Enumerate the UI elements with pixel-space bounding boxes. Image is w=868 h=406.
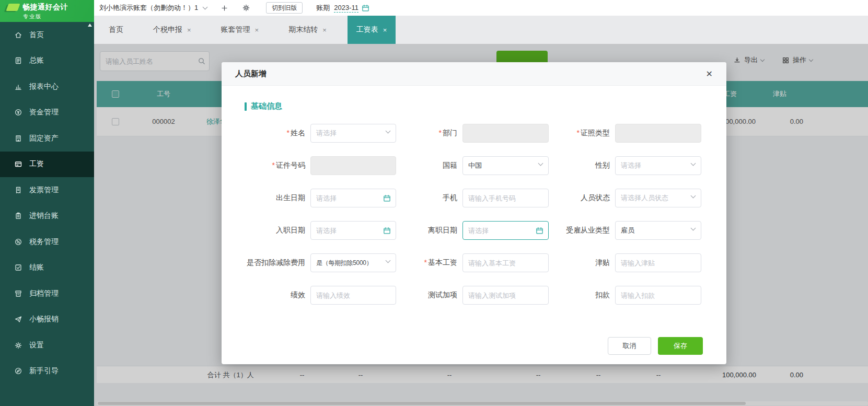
brand-name: 畅捷通好会计 (22, 3, 68, 12)
field-label-deduction: 是否扣除减除费用 (222, 258, 310, 268)
select-value: 是（每期扣除5000） (316, 259, 372, 268)
field-label-employment-type: 受雇从业类型 (549, 226, 615, 235)
sidebar-item-label: 首页 (29, 30, 44, 40)
text-input[interactable] (468, 259, 543, 267)
test-addition-input[interactable] (462, 286, 549, 305)
required-mark: * (439, 129, 442, 137)
base-salary-input[interactable] (462, 253, 549, 272)
tax-percent-icon (14, 238, 22, 246)
chevron-down-icon (203, 4, 208, 9)
field-label-nationality: 国籍 (396, 161, 462, 170)
field-label-leave-date: 离职日期 (396, 226, 462, 235)
hire-date-input[interactable] (310, 221, 396, 240)
name-select[interactable]: 请选择 (310, 124, 396, 143)
account-selector[interactable]: 刘小艳演示账套（勿删勿动！）1 (99, 3, 207, 13)
cancel-button[interactable]: 取消 (608, 337, 651, 355)
deduct-amount-input[interactable] (615, 286, 701, 305)
sidebar: 首页 总账 报表中心 资金管理 固定资产 工资 发票管理 进销台账 (0, 22, 94, 406)
chevron-down-icon (691, 226, 696, 231)
mobile-input[interactable] (462, 189, 549, 207)
tab-personal-tax[interactable]: 个税申报 × (144, 16, 200, 44)
period-value[interactable]: 2023-11 (334, 4, 358, 13)
sidebar-item-salary[interactable]: 工资 (0, 152, 94, 178)
dialog-title: 人员新增 (235, 69, 267, 79)
nationality-select[interactable]: 中国 (462, 156, 549, 175)
text-input[interactable] (621, 259, 696, 267)
tab-label: 账套管理 (221, 25, 250, 34)
date-input[interactable] (316, 194, 380, 202)
sidebar-item-report-center[interactable]: 报表中心 (0, 74, 94, 100)
gender-select[interactable]: 请选择 (615, 156, 701, 175)
tab-close-icon[interactable]: × (255, 27, 259, 33)
tab-label: 个税申报 (153, 25, 182, 34)
sidebar-item-label: 设置 (29, 341, 44, 350)
text-input[interactable] (621, 292, 696, 299)
field-label-department: *部门 (396, 129, 462, 138)
text-input[interactable] (468, 292, 543, 299)
sidebar-item-guide[interactable]: 新手引导 (0, 358, 94, 385)
field-label-gender: 性别 (549, 161, 615, 170)
sidebar-item-label: 总账 (29, 56, 44, 65)
tab-period-end[interactable]: 期末结转 × (280, 16, 335, 44)
tab-label: 首页 (109, 25, 123, 34)
sidebar-item-reimburse[interactable]: 小畅报销 (0, 307, 94, 333)
tab-label: 期末结转 (288, 25, 318, 34)
sidebar-item-label: 小畅报销 (29, 315, 59, 324)
sidebar-item-label: 报表中心 (29, 82, 59, 91)
tab-close-icon[interactable]: × (322, 27, 327, 33)
required-mark: * (577, 129, 580, 137)
field-label-allowance: 津贴 (549, 258, 615, 268)
sidebar-item-closing[interactable]: 结账 (0, 255, 94, 281)
sidebar-item-fixed-assets[interactable]: 固定资产 (0, 125, 94, 152)
tab-close-icon[interactable]: × (187, 27, 191, 33)
deduction-select[interactable]: 是（每期扣除5000） (310, 253, 396, 272)
leave-date-input[interactable] (462, 221, 549, 240)
sidebar-item-settings[interactable]: 设置 (0, 332, 94, 358)
required-mark: * (424, 258, 427, 266)
sidebar-item-invoice[interactable]: 发票管理 (0, 177, 94, 203)
chevron-down-icon (538, 161, 543, 166)
tab-home[interactable]: 首页 (100, 16, 132, 44)
allowance-input[interactable] (615, 253, 701, 272)
field-label-hire-date: 入职日期 (222, 226, 310, 235)
text-input[interactable] (468, 194, 543, 202)
field-label-name: *姓名 (222, 129, 310, 138)
sidebar-item-general-ledger[interactable]: 总账 (0, 48, 94, 74)
tab-salary-sheet[interactable]: 工资表 × (348, 16, 396, 44)
required-mark: * (287, 129, 290, 137)
certificate-number-input (310, 156, 396, 175)
dialog-header: 人员新增 ✕ (222, 62, 726, 86)
employment-type-select[interactable]: 雇员 (615, 221, 701, 240)
period-label: 账期 (316, 3, 330, 13)
birth-date-input[interactable] (310, 189, 396, 207)
close-icon[interactable]: ✕ (706, 69, 713, 79)
sidebar-item-home[interactable]: 首页 (0, 22, 94, 48)
gear-icon[interactable] (242, 4, 250, 12)
sidebar-item-archive[interactable]: 归档管理 (0, 281, 94, 307)
text-input[interactable] (316, 292, 390, 299)
sidebar-item-funds[interactable]: 资金管理 (0, 100, 94, 126)
field-label-certificate-number: *证件号码 (222, 161, 310, 170)
calendar-icon[interactable] (362, 4, 369, 12)
sidebar-scroll-up-icon[interactable] (88, 24, 92, 27)
date-input[interactable] (316, 227, 380, 235)
performance-input[interactable] (310, 286, 396, 305)
switch-old-version-button[interactable]: 切到旧版 (266, 2, 303, 14)
sidebar-item-label: 资金管理 (29, 108, 59, 117)
person-status-select[interactable]: 请选择人员状态 (615, 189, 701, 207)
sidebar-item-tax[interactable]: 税务管理 (0, 229, 94, 255)
sidebar-item-purchase-sales[interactable]: 进销台账 (0, 203, 94, 229)
tab-account-books[interactable]: 账套管理 × (212, 16, 268, 44)
tab-close-icon[interactable]: × (383, 27, 387, 33)
tab-label: 工资表 (356, 25, 378, 34)
sidebar-item-label: 固定资产 (29, 134, 59, 143)
field-label-birth-date: 出生日期 (222, 193, 310, 203)
add-icon[interactable] (221, 4, 228, 12)
section-bar (245, 102, 247, 111)
date-input[interactable] (468, 227, 533, 235)
chevron-down-icon (386, 129, 391, 134)
select-value: 请选择人员状态 (621, 193, 668, 203)
save-button[interactable]: 保存 (658, 337, 703, 355)
dialog-footer: 取消 保存 (608, 337, 703, 355)
archive-box-icon (14, 289, 22, 298)
